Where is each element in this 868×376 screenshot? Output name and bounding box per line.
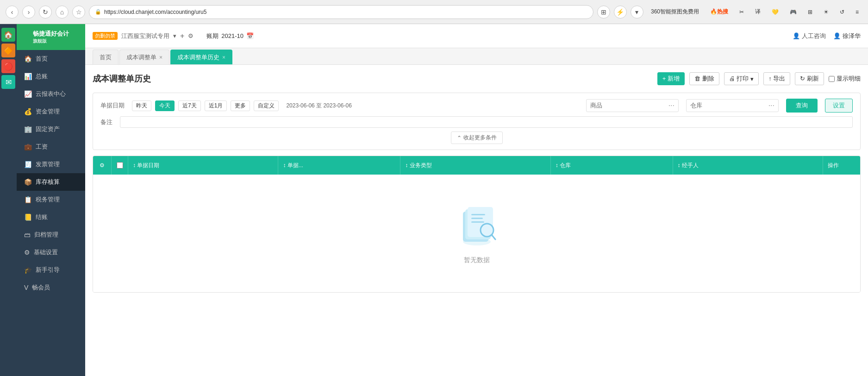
company-dropdown-icon[interactable]: ▾ — [173, 32, 176, 39]
sidebar-item-ledger[interactable]: 📊 总账 — [17, 68, 85, 85]
select-all-checkbox[interactable] — [117, 162, 123, 169]
address-bar[interactable]: 🔒 https://cloud.chanjet.com/accounting/u… — [89, 5, 593, 19]
refresh-btn[interactable]: ↻ 刷新 — [795, 72, 824, 85]
empty-icon — [454, 202, 500, 249]
sidebar-item-archive[interactable]: 🗃 归档管理 — [17, 226, 85, 244]
sidebar-item-invoice[interactable]: 🧾 发票管理 — [17, 156, 85, 173]
tab-cost-adjust[interactable]: 成本调整单 × — [119, 50, 169, 64]
sidebar-item-close[interactable]: 📒 结账 — [17, 208, 85, 226]
calendar-icon[interactable]: 📅 — [246, 32, 254, 39]
product-more-icon: ··· — [668, 101, 674, 110]
th-voucher-label: ↕ 单据... — [283, 162, 303, 169]
sidebar-item-reports[interactable]: 📈 云报表中心 — [17, 85, 85, 103]
th-date[interactable]: ↕ 单据日期 — [128, 156, 278, 175]
brightness-tool[interactable]: ☀ — [820, 8, 832, 16]
th-checkbox[interactable] — [112, 156, 128, 175]
forward-button[interactable]: › — [22, 6, 35, 19]
filter-settings-btn[interactable]: 设置 — [825, 99, 853, 113]
rail-icon-orange[interactable]: 🔶 — [1, 44, 15, 57]
product-filter[interactable]: 商品 ··· — [586, 99, 679, 112]
delete-btn[interactable]: 🗑 删除 — [689, 72, 719, 85]
display-checkbox[interactable] — [829, 76, 835, 82]
sidebar-item-vip[interactable]: V 畅会员 — [17, 279, 85, 296]
lightning-button[interactable]: ⚡ — [614, 6, 627, 19]
scissors-tool[interactable]: ✂ — [736, 8, 748, 16]
rail-icon-green[interactable]: ✉ — [1, 75, 15, 89]
rail-icon-red[interactable]: 🔴 — [1, 59, 15, 73]
date-btn-7days[interactable]: 近7天 — [178, 100, 201, 111]
empty-state: 暂无数据 — [93, 175, 860, 292]
print-dropdown-icon[interactable]: ▾ — [750, 75, 754, 82]
table-container: ⚙ ↕ 单据日期 ↕ 单据... ↕ 业务类型 ↕ 仓库 — [93, 156, 861, 293]
th-warehouse[interactable]: ↕ 仓库 — [551, 156, 673, 175]
apps-tool[interactable]: ⊞ — [804, 8, 816, 16]
collapse-label: 收起更多条件 — [463, 134, 497, 142]
capital-icon: 💰 — [24, 108, 32, 115]
th-settings[interactable]: ⚙ — [93, 156, 112, 175]
export-btn[interactable]: ↑ 导出 — [763, 72, 790, 85]
more-button[interactable]: ▾ — [631, 6, 643, 19]
th-biz-type[interactable]: ↕ 业务类型 — [400, 156, 550, 175]
user-name: 徐泽华 — [843, 32, 861, 40]
salary-icon: 💼 — [24, 143, 32, 150]
new-btn[interactable]: + 新增 — [657, 72, 685, 85]
menu-tool[interactable]: ≡ — [852, 8, 862, 16]
filter-settings-label: 设置 — [833, 101, 845, 110]
user-profile-btn[interactable]: 👤 徐泽华 — [833, 32, 861, 40]
query-btn[interactable]: 查询 — [786, 99, 818, 113]
new-btn-label: + 新增 — [662, 75, 680, 83]
product-filter-label: 商品 — [590, 101, 602, 110]
period-info: 账期 2021-10 📅 — [206, 32, 254, 40]
logo-text: 畅捷通好会计 — [33, 30, 69, 38]
star-button[interactable]: ☆ — [72, 6, 85, 19]
sidebar-item-home[interactable]: 🏠 首页 — [17, 50, 85, 68]
company-settings-icon[interactable]: ⚙ — [188, 32, 194, 39]
browser-bar: ‹ › ↻ ⌂ ☆ 🔒 https://cloud.chanjet.com/ac… — [0, 0, 868, 24]
date-btn-today[interactable]: 今天 — [155, 100, 175, 111]
translate-tool[interactable]: 译 — [751, 7, 764, 17]
undo-tool[interactable]: ↺ — [836, 8, 848, 16]
print-btn[interactable]: 🖨 打印 ▾ — [724, 72, 759, 85]
sidebar-label-assets: 固定资产 — [36, 125, 60, 133]
collapse-btn[interactable]: ⌃ 收起更多条件 — [451, 132, 503, 144]
note-input[interactable] — [120, 116, 853, 128]
search-tool[interactable]: 360智能抠图免费用 — [647, 7, 703, 17]
tab-cost-adjust-close[interactable]: × — [159, 54, 162, 61]
th-voucher[interactable]: ↕ 单据... — [278, 156, 400, 175]
inventory-icon: 📦 — [24, 178, 32, 186]
invoice-icon: 🧾 — [24, 161, 32, 168]
sidebar-item-salary[interactable]: 💼 工资 — [17, 138, 85, 156]
rail-icon-home[interactable]: 🏠 — [1, 28, 15, 42]
top-bar: 勿删勿禁 江西服宝测试专用 ▾ + ⚙ 账期 2021-10 📅 👤 人工咨询 … — [85, 24, 868, 48]
print-btn-label: 🖨 打印 — [729, 75, 749, 83]
sidebar-item-settings[interactable]: ⚙ 基础设置 — [17, 244, 85, 261]
app-container: 🏠 🔶 🔴 ✉ 畅捷通好会计 旗舰版 🏠 首页 📊 总账 📈 云报表中心 💰 资… — [0, 24, 868, 376]
game-tool[interactable]: 🎮 — [786, 8, 800, 16]
date-btn-custom[interactable]: 自定义 — [254, 100, 279, 111]
sidebar-item-assets[interactable]: 🏢 固定资产 — [17, 120, 85, 138]
grid-button[interactable]: ⊞ — [597, 6, 610, 19]
warehouse-filter[interactable]: 仓库 ··· — [686, 99, 779, 112]
sidebar-item-capital[interactable]: 💰 资金管理 — [17, 103, 85, 120]
sidebar-item-tax[interactable]: 📋 税务管理 — [17, 191, 85, 208]
back-button[interactable]: ‹ — [6, 6, 19, 19]
home-button[interactable]: ⌂ — [56, 6, 69, 19]
reports-icon: 📈 — [24, 90, 32, 98]
main-content: 勿删勿禁 江西服宝测试专用 ▾ + ⚙ 账期 2021-10 📅 👤 人工咨询 … — [85, 24, 868, 376]
sidebar-item-inventory[interactable]: 📦 库存核算 — [17, 173, 85, 191]
consulting-btn[interactable]: 👤 人工咨询 — [793, 32, 826, 40]
date-btn-1month[interactable]: 近1月 — [205, 100, 227, 111]
date-btn-more[interactable]: 更多 — [231, 100, 250, 111]
wallet-tool[interactable]: 💛 — [768, 8, 782, 16]
tab-cost-history[interactable]: 成本调整单历史 × — [170, 50, 232, 64]
hot-search[interactable]: 🔥热搜 — [706, 7, 732, 17]
icon-rail: 🏠 🔶 🔴 ✉ — [0, 24, 17, 376]
refresh-button[interactable]: ↻ — [39, 6, 52, 19]
tab-cost-history-close[interactable]: × — [222, 54, 225, 61]
add-company-btn[interactable]: + — [180, 32, 184, 40]
date-btn-yesterday[interactable]: 昨天 — [132, 100, 151, 111]
tab-home[interactable]: 首页 — [93, 50, 119, 64]
sidebar-item-guide[interactable]: 🎓 新手引导 — [17, 261, 85, 279]
settings-icon: ⚙ — [24, 249, 30, 256]
th-operator[interactable]: ↕ 经手人 — [673, 156, 823, 175]
